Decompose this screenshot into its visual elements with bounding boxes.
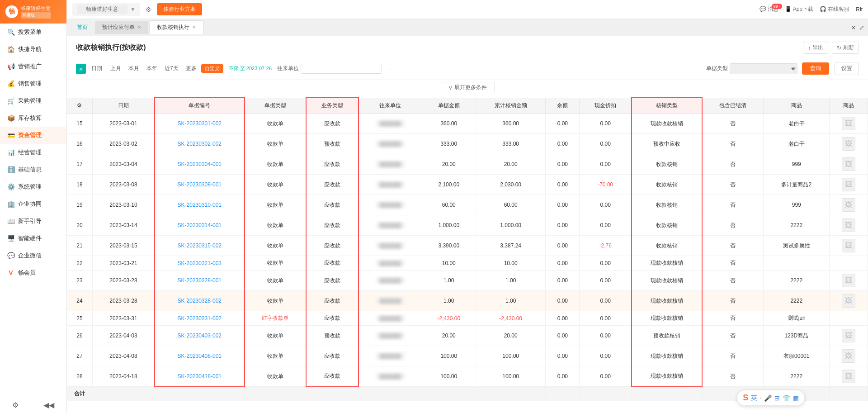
partner-filter: 往来单位 ···: [277, 64, 701, 74]
cell-balance: 0.00: [546, 195, 580, 215]
sidebar-item-sales[interactable]: 💰 销售管理: [0, 75, 66, 92]
cell-bill-no[interactable]: SK-20230321-003: [155, 256, 244, 271]
online-service[interactable]: 🎧 在线客服: [820, 5, 849, 13]
date-opt-thismonth[interactable]: 本月: [126, 64, 142, 73]
tab-close-all-icon[interactable]: ✕: [851, 24, 856, 31]
tab-controls: ✕ ⤢: [851, 24, 864, 31]
col-biz-type: 业务类型: [306, 98, 359, 114]
cell-bill-no[interactable]: SK-20230408-001: [155, 346, 244, 366]
gear-icon[interactable]: ⚙: [146, 6, 151, 13]
sidebar-item-quicknav[interactable]: 🏠 快捷导航: [0, 41, 66, 58]
message-area[interactable]: 💬 消息 99+: [760, 5, 778, 13]
sidebar-item-search[interactable]: 🔍 搜索菜单: [0, 24, 66, 41]
partner-input[interactable]: [301, 64, 382, 74]
export-button[interactable]: ↑ 导出: [803, 42, 828, 54]
tab-close-receipt[interactable]: ✕: [192, 25, 196, 30]
sidebar-item-basic[interactable]: ℹ️ 基础信息: [0, 161, 66, 178]
cell-date: 2023-03-28: [92, 291, 155, 311]
cell-goods: 2222: [764, 215, 830, 236]
cell-bill-no[interactable]: SK-20230301-002: [155, 114, 244, 134]
table-row: 252023-03-31SK-20230331-002红字收款单应收款█████…: [67, 311, 868, 326]
sidebar-item-label: 企业协同: [18, 200, 42, 208]
sidebar-item-label: 营销推广: [18, 62, 42, 71]
grid-icon[interactable]: ⊞: [774, 394, 780, 402]
date-custom-button[interactable]: 自定义: [201, 64, 223, 73]
cell-biz-type: 应收款: [306, 236, 359, 256]
shirt-icon[interactable]: 👕: [783, 394, 790, 402]
cell-date: 2023-03-15: [92, 236, 155, 256]
cell-bill-no[interactable]: SK-20230328-002: [155, 291, 244, 311]
settings-button[interactable]: 设置: [835, 62, 859, 75]
solution-button[interactable]: 体验行业方案: [157, 3, 202, 15]
cell-bill-no[interactable]: SK-20230310-001: [155, 195, 244, 215]
voucher-type-select[interactable]: [730, 63, 797, 74]
tab-home[interactable]: 首页: [71, 21, 94, 34]
cell-bill-no[interactable]: SK-20230331-002: [155, 311, 244, 326]
cell-cancel-type: 预收中应收: [632, 134, 702, 154]
cell-bill-no[interactable]: SK-20230403-002: [155, 326, 244, 346]
cell-bill-no[interactable]: SK-20230308-001: [155, 175, 244, 195]
tab-payable[interactable]: 预计应应付单 ✕: [95, 21, 148, 34]
cell-bill-no[interactable]: SK-20230418-001: [155, 366, 244, 387]
cell-bill-amount: 2,100.00: [422, 175, 476, 195]
app-download[interactable]: 📱 App下载: [785, 5, 813, 13]
sidebar-item-marketing[interactable]: 📢 营销推广: [0, 58, 66, 75]
col-bill-no: 单据编号: [155, 98, 244, 114]
sidebar-item-inventory[interactable]: 📦 库存核算: [0, 109, 66, 127]
sidebar-item-wechat[interactable]: 💬 企业微信: [0, 247, 66, 264]
sidebar-item-corp[interactable]: 🏢 企业协同: [0, 195, 66, 213]
data-table-container[interactable]: ⚙ 日期 单据编号 单据类型 业务类型 往来单位 单据金额 累计核销金额 余额 …: [67, 97, 868, 413]
refresh-button[interactable]: ↻ 刷新: [832, 42, 859, 54]
footer-col: [359, 387, 422, 401]
cell-date: 2023-03-02: [92, 134, 155, 154]
product-thumbnail: 🖼: [842, 117, 855, 130]
app-grid-icon[interactable]: ▦: [793, 394, 799, 402]
settings-icon[interactable]: ⚙: [12, 401, 19, 409]
col-cancel-type: 核销类型: [632, 98, 702, 114]
mic-icon[interactable]: 🎤: [764, 394, 772, 402]
sidebar-item-operation[interactable]: 📊 经营管理: [0, 144, 66, 161]
tab-close-payable[interactable]: ✕: [137, 25, 141, 30]
sidebar-item-label: 采购管理: [18, 97, 42, 105]
translate-icon[interactable]: 英: [751, 394, 757, 402]
cell-goods-img: [830, 256, 868, 271]
cell-goods-img: 🖼: [830, 236, 868, 256]
sidebar-item-member[interactable]: V 畅会员: [0, 264, 66, 281]
product-thumbnail: 🖼: [842, 294, 855, 308]
footer-col: [476, 387, 546, 401]
cell-bill-type: 收款单: [245, 271, 306, 291]
cell-cancel-type: 收款核销: [632, 236, 702, 256]
topbar-brand[interactable]: 畅康道好生意 ▼: [72, 3, 140, 16]
sidebar-item-label: 新手引导: [18, 217, 42, 225]
user-name[interactable]: Rit: [856, 6, 863, 13]
expand-conditions-button[interactable]: ∨ 展开更多条件: [441, 82, 495, 93]
sidebar-item-guide[interactable]: 📖 新手引导: [0, 213, 66, 230]
sidebar-item-finance[interactable]: 💳 资金管理: [0, 127, 66, 144]
sidebar-item-purchase[interactable]: 🛒 采购管理: [0, 92, 66, 109]
tab-receipt[interactable]: 收款核销执行 ✕: [149, 20, 203, 34]
cell-bill-no[interactable]: SK-20230315-002: [155, 236, 244, 256]
member-icon: V: [7, 269, 14, 276]
cell-bill-no[interactable]: SK-20230328-001: [155, 271, 244, 291]
date-opt-lastmonth[interactable]: 上月: [108, 64, 124, 73]
query-button[interactable]: 查询: [802, 62, 829, 75]
cell-bill-no[interactable]: SK-20230302-002: [155, 134, 244, 154]
sidebar-item-hardware[interactable]: 🖥️ 智能硬件: [0, 230, 66, 247]
date-opt-thisyear[interactable]: 本年: [144, 64, 160, 73]
sidebar-item-system[interactable]: ⚙️ 系统管理: [0, 178, 66, 195]
cell-biz-type: 应收款: [306, 311, 359, 326]
date-opt-more[interactable]: 更多: [183, 64, 199, 73]
wechat-icon: 💬: [7, 252, 14, 259]
cell-include-settled: 否: [702, 346, 763, 366]
product-thumbnail: 🖼: [842, 137, 855, 151]
date-opt-7days[interactable]: 近7天: [162, 64, 181, 73]
cell-bill-no[interactable]: SK-20230314-001: [155, 215, 244, 236]
cell-cumulative: 60.00: [476, 195, 546, 215]
filter-toggle-button[interactable]: »: [76, 64, 86, 74]
cell-cumulative: 360.00: [476, 114, 546, 134]
sidebar-logo: 畅 畅康道好生意 标推版: [0, 0, 66, 24]
collapse-icon[interactable]: ◀◀: [43, 401, 54, 409]
search-icon: 🔍: [7, 28, 14, 36]
tab-expand-icon[interactable]: ⤢: [859, 24, 864, 31]
cell-bill-no[interactable]: SK-20230304-001: [155, 154, 244, 175]
